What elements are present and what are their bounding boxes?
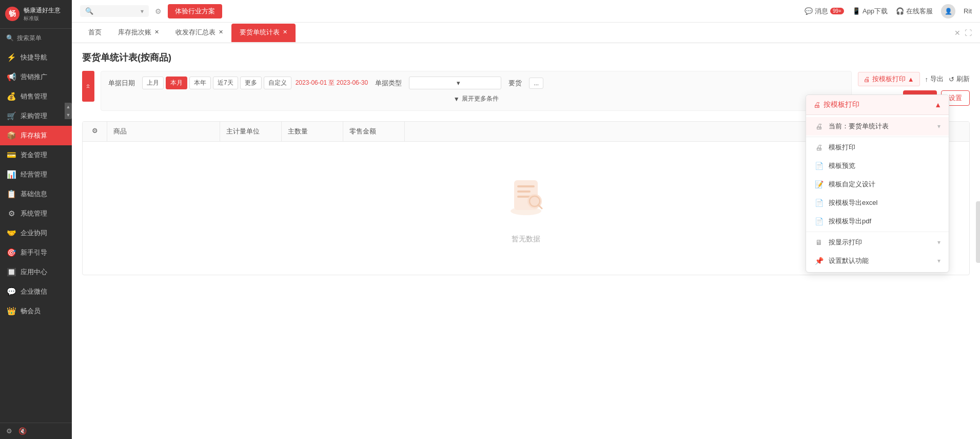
filter-expand-btn[interactable]: ‹‹ <box>82 71 94 102</box>
message-icon: 💬 <box>805 7 813 15</box>
online-service-btn[interactable]: 🎧 在线客服 <box>896 7 933 16</box>
template-print-icon: 🖨 <box>814 143 824 151</box>
purchase-icon: 🛒 <box>6 111 16 121</box>
print-dropdown-arrow-up: ▲ <box>908 75 914 83</box>
sidebar-item-enterprise[interactable]: 🤝 企业协同 <box>0 223 72 243</box>
tab-batch-account-close[interactable]: ✕ <box>154 29 159 35</box>
topbar: 🔍 ▾ ⚙ 体验行业方案 💬 消息 99+ 📱 App下载 🎧 在线客服 👤 <box>72 0 980 23</box>
expand-more-btn[interactable]: ▼ 展开更多条件 <box>448 92 504 105</box>
svg-rect-2 <box>517 185 535 187</box>
date-btn-current-month[interactable]: 本月 <box>166 77 187 89</box>
sidebar-settings-icon[interactable]: ⚙ <box>6 427 12 435</box>
dropdown-template-preview[interactable]: 📄 模板预览 <box>806 157 949 175</box>
date-btn-custom[interactable]: 自定义 <box>264 77 291 89</box>
date-btn-prev-month[interactable]: 上月 <box>142 77 164 89</box>
topbar-search-dropdown[interactable]: ▾ <box>141 8 144 15</box>
refresh-btn[interactable]: ↺ 刷新 <box>949 74 970 84</box>
topbar-search-input[interactable] <box>96 8 138 15</box>
dropdown-template-custom[interactable]: 📝 模板自定义设计 <box>806 175 949 194</box>
date-label: 单据日期 <box>108 79 135 88</box>
sidebar-scroll-down[interactable]: ▼ <box>65 111 72 119</box>
th-qty: 主数量 <box>282 122 343 141</box>
sidebar-item-enterprise-wechat[interactable]: 💬 企业微信 <box>0 282 72 301</box>
user-avatar[interactable]: 👤 <box>941 4 955 18</box>
tabbar: 首页 库存批次账 ✕ 收发存汇总表 ✕ 要货单统计表 ✕ ✕ ⛶ <box>72 23 980 43</box>
tab-order-stats-close[interactable]: ✕ <box>283 29 287 35</box>
export-icon: ↑ <box>925 75 929 83</box>
sidebar-item-marketing[interactable]: 📢 营销推广 <box>0 67 72 87</box>
refresh-icon: ↺ <box>949 75 954 83</box>
sidebar-item-quick-nav[interactable]: ⚡ 快捷导航 <box>0 48 72 67</box>
topbar-settings-icon[interactable]: ⚙ <box>155 7 162 15</box>
filter-bar: 单据日期 上月 本月 本年 近7天 更多 自定义 2023-06-01 至 20… <box>101 71 852 111</box>
avatar-icon: 👤 <box>945 8 952 15</box>
date-btn-more[interactable]: 更多 <box>240 77 262 89</box>
dropdown-current-template[interactable]: 🖨 当前：要货单统计表 ▾ <box>806 117 949 136</box>
username[interactable]: Rit <box>964 7 972 15</box>
sidebar-item-purchase[interactable]: 🛒 采购管理 <box>0 106 72 126</box>
topbar-search-area[interactable]: 🔍 ▾ <box>80 5 149 17</box>
sidebar-item-operations[interactable]: 📊 经营管理 <box>0 165 72 184</box>
dropdown-display-print[interactable]: 🖥 按显示打印 ▾ <box>806 233 949 252</box>
sidebar-item-finance[interactable]: 💳 资金管理 <box>0 145 72 165</box>
order-type-select[interactable]: ▾ <box>409 77 501 89</box>
printer-icon-dropdown: 🖨 <box>813 101 820 109</box>
topbar-search-icon: 🔍 <box>85 7 93 15</box>
dropdown-template-print[interactable]: 🖨 模板打印 <box>806 138 949 157</box>
tab-receipt-summary-close[interactable]: ✕ <box>219 29 223 35</box>
date-range: 2023-06-01 至 2023-06-30 <box>296 79 368 87</box>
sidebar-item-inventory[interactable]: 📦 库存核算 <box>0 126 72 145</box>
template-custom-icon: 📝 <box>814 180 824 188</box>
print-dropdown: 🖨 按模板打印 ▲ 🖨 当前：要货单统计表 ▾ 🖨 模板打印 <box>806 94 949 273</box>
sidebar-search[interactable]: 🔍 搜索菜单 <box>0 29 72 48</box>
sidebar-item-system[interactable]: ⚙ 系统管理 <box>0 204 72 223</box>
sales-icon: 💰 <box>6 92 16 101</box>
dropdown-template-export-pdf[interactable]: 📄 按模板导出pdf <box>806 212 949 231</box>
export-btn[interactable]: ↑ 导出 <box>925 74 944 84</box>
order-tag[interactable]: ... <box>529 78 543 89</box>
content: 要货单统计表(按商品) ‹‹ 单据日期 上月 本月 本 <box>72 43 980 439</box>
app-logo-icon: 畅 <box>5 7 19 21</box>
trial-btn[interactable]: 体验行业方案 <box>168 4 222 18</box>
print-btn[interactable]: 🖨 按模板打印 ▲ <box>858 72 920 86</box>
sidebar-item-app-center[interactable]: 🔲 应用中心 <box>0 262 72 282</box>
dropdown-template-export-excel[interactable]: 📄 按模板导出excel <box>806 194 949 212</box>
messages-btn[interactable]: 💬 消息 99+ <box>805 7 844 16</box>
sidebar-item-basic-info[interactable]: 📋 基础信息 <box>0 184 72 204</box>
date-buttons: 上月 本月 本年 近7天 更多 自定义 2023-06-01 至 2023-06… <box>142 77 368 89</box>
app-logo-text: 畅康通好生意 标准版 <box>24 6 61 22</box>
sidebar-item-guide[interactable]: 🎯 新手引导 <box>0 243 72 262</box>
sidebar-item-sales[interactable]: 💰 销售管理 <box>0 87 72 106</box>
th-gear[interactable]: ⚙ <box>83 122 107 141</box>
template-preview-icon: 📄 <box>814 162 824 170</box>
svg-rect-3 <box>517 190 531 193</box>
display-print-arrow: ▾ <box>937 239 940 246</box>
close-window-icon[interactable]: ✕ <box>954 29 961 37</box>
tab-order-stats[interactable]: 要货单统计表 ✕ <box>231 24 296 42</box>
enterprise-icon: 🤝 <box>6 228 16 238</box>
right-scroll-handle[interactable] <box>976 201 980 263</box>
sidebar-audio-icon[interactable]: 🔇 <box>18 427 27 435</box>
sidebar-item-member[interactable]: 👑 畅会员 <box>0 301 72 321</box>
tabbar-resize: ✕ ⛶ <box>954 29 972 37</box>
dropdown-set-default[interactable]: 📌 设置默认功能 ▾ <box>806 252 949 270</box>
system-icon: ⚙ <box>6 209 16 218</box>
tab-home[interactable]: 首页 <box>80 24 110 42</box>
tab-receipt-summary[interactable]: 收发存汇总表 ✕ <box>167 24 231 42</box>
template-current-icon: 🖨 <box>814 122 824 130</box>
app-download-btn[interactable]: 📱 App下载 <box>852 7 888 16</box>
app-center-icon: 🔲 <box>6 268 16 277</box>
template-pdf-icon: 📄 <box>814 217 824 225</box>
date-btn-7days[interactable]: 近7天 <box>213 77 238 89</box>
search-icon: 🔍 <box>6 34 14 42</box>
basic-info-icon: 📋 <box>6 189 16 199</box>
tab-batch-account[interactable]: 库存批次账 ✕ <box>110 24 167 42</box>
sidebar: 畅 畅康通好生意 标准版 🔍 搜索菜单 ⚡ 快捷导航 📢 营销推广 💰 销售管理… <box>0 0 72 439</box>
dropdown-collapse-arrow[interactable]: ▲ <box>934 101 942 109</box>
headset-icon: 🎧 <box>896 7 904 15</box>
sidebar-scroll-up[interactable]: ▲ <box>65 103 72 111</box>
expand-window-icon[interactable]: ⛶ <box>965 29 972 37</box>
empty-text: 暂无数据 <box>512 235 540 244</box>
date-btn-current-year[interactable]: 本年 <box>189 77 211 89</box>
dropdown-title: 🖨 按模板打印 <box>813 100 859 109</box>
